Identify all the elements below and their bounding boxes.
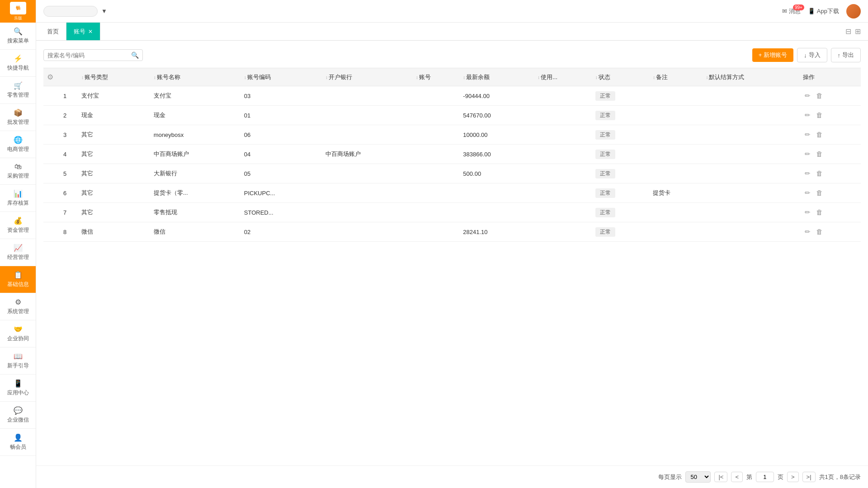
page-input[interactable]: [756, 472, 774, 482]
row-default-settlement: [702, 145, 799, 164]
retail-mgmt-icon: 🛒: [14, 81, 23, 90]
delete-button[interactable]: 🗑: [814, 188, 825, 197]
search-input[interactable]: [47, 52, 131, 59]
col-type[interactable]: ↕账号类型: [78, 68, 150, 86]
app-download-button[interactable]: 📱 App下载: [808, 7, 839, 15]
next-page-button[interactable]: >: [787, 472, 799, 482]
col-name[interactable]: ↕账号名称: [150, 68, 241, 86]
row-account: [412, 183, 459, 203]
row-settings: [43, 164, 60, 183]
edit-button[interactable]: ✏: [803, 188, 812, 198]
tab-account-close[interactable]: ✕: [88, 28, 93, 35]
sidebar-item-app-center[interactable]: 📱 应用中心: [0, 375, 36, 402]
topbar-dropdown[interactable]: ▼: [101, 8, 107, 14]
messages-button[interactable]: ✉ 消息 99+: [782, 7, 801, 15]
sidebar-item-enterprise-agreement[interactable]: 🤝 企业协同: [0, 320, 36, 347]
row-actions: ✏ 🗑: [799, 145, 861, 164]
row-code: 04: [241, 145, 322, 164]
col-bank[interactable]: ↕开户银行: [322, 68, 412, 86]
export-button[interactable]: ↑ 导出: [831, 48, 861, 62]
mobile-icon: 📱: [808, 8, 815, 14]
tab-maximize-icon[interactable]: ⊞: [855, 27, 861, 36]
page-size-label: 每页显示: [658, 473, 682, 481]
tab-account-label: 账号: [74, 28, 85, 36]
edit-button[interactable]: ✏: [803, 130, 812, 140]
page-size-select[interactable]: 50 10 20 100: [685, 471, 711, 483]
row-status: 正常: [592, 183, 650, 203]
row-actions: ✏ 🗑: [799, 222, 861, 242]
row-usage: [534, 145, 591, 164]
sidebar-item-operation-mgmt[interactable]: 📈 经营管理: [0, 239, 36, 266]
sidebar-item-label: 应用中心: [7, 389, 29, 397]
delete-button[interactable]: 🗑: [814, 91, 825, 100]
sidebar-item-enterprise-wechat[interactable]: 💬 企业微信: [0, 402, 36, 429]
edit-button[interactable]: ✏: [803, 91, 812, 101]
topbar-search-input[interactable]: [49, 8, 85, 14]
sidebar-item-quick-nav[interactable]: ⚡ 快捷导航: [0, 50, 36, 77]
sidebar-item-finance-mgmt[interactable]: 💰 资金管理: [0, 212, 36, 239]
edit-button[interactable]: ✏: [803, 149, 812, 159]
col-status[interactable]: ↕状态: [592, 68, 650, 86]
col-usage[interactable]: ↕使用...: [534, 68, 591, 86]
tab-home[interactable]: 首页: [40, 23, 66, 40]
row-code: STORED...: [241, 203, 322, 222]
sidebar-item-ecom-mgmt[interactable]: 🌐 电商管理: [0, 131, 36, 158]
sidebar-item-inventory[interactable]: 📊 库存核算: [0, 185, 36, 212]
tab-account[interactable]: 账号 ✕: [66, 23, 100, 40]
row-type: 其它: [78, 203, 150, 222]
delete-button[interactable]: 🗑: [814, 130, 825, 139]
delete-button[interactable]: 🗑: [814, 110, 825, 120]
search-icon[interactable]: 🔍: [131, 52, 139, 59]
row-code: 01: [241, 106, 322, 125]
row-status: 正常: [592, 145, 650, 164]
delete-button[interactable]: 🗑: [814, 207, 825, 217]
column-settings-icon[interactable]: ⚙: [47, 73, 53, 81]
row-num: 8: [60, 222, 78, 242]
sidebar-item-label: 经营管理: [7, 253, 29, 261]
import-icon: ↓: [804, 52, 807, 59]
row-account: [412, 203, 459, 222]
col-code[interactable]: ↕账号编码: [241, 68, 322, 86]
last-page-button[interactable]: >|: [802, 472, 816, 482]
ecom-mgmt-icon: 🌐: [14, 136, 23, 144]
edit-button[interactable]: ✏: [803, 169, 812, 178]
import-label: 导入: [809, 51, 821, 59]
add-account-button[interactable]: + 新增账号: [752, 48, 793, 62]
delete-button[interactable]: 🗑: [814, 227, 825, 236]
user-avatar[interactable]: [846, 4, 861, 19]
prev-page-button[interactable]: <: [731, 472, 743, 482]
sidebar-item-new-guide[interactable]: 📖 新手引导: [0, 347, 36, 375]
row-remark: [649, 222, 702, 242]
edit-button[interactable]: ✏: [803, 110, 812, 120]
sidebar-item-system-mgmt[interactable]: ⚙ 系统管理: [0, 293, 36, 320]
col-default-settlement[interactable]: ↕默认结算方式: [702, 68, 799, 86]
sidebar-item-wholesale-mgmt[interactable]: 📦 批发管理: [0, 104, 36, 131]
row-default-settlement: [702, 203, 799, 222]
edit-button[interactable]: ✏: [803, 207, 812, 217]
col-account[interactable]: ↕账号: [412, 68, 459, 86]
delete-button[interactable]: 🗑: [814, 149, 825, 159]
sidebar-item-member[interactable]: 👤 畅会员: [0, 429, 36, 456]
sidebar-item-retail-mgmt[interactable]: 🛒 零售管理: [0, 77, 36, 104]
export-icon: ↑: [838, 52, 841, 59]
row-default-settlement: [702, 183, 799, 203]
row-name: 零售抵现: [150, 203, 241, 222]
topbar-search[interactable]: [43, 6, 98, 17]
tab-minimize-icon[interactable]: ⊟: [845, 27, 851, 36]
import-button[interactable]: ↓ 导入: [797, 48, 827, 62]
sidebar-item-basic-info[interactable]: 📋 基础信息: [0, 266, 36, 293]
row-usage: [534, 86, 591, 106]
edit-button[interactable]: ✏: [803, 227, 812, 237]
search-box[interactable]: 🔍: [43, 49, 143, 61]
row-account: [412, 86, 459, 106]
sidebar-item-search-menu[interactable]: 🔍 搜索菜单: [0, 23, 36, 50]
row-remark: [649, 86, 702, 106]
delete-button[interactable]: 🗑: [814, 169, 825, 178]
col-balance[interactable]: ↕最新余额: [459, 68, 534, 86]
sidebar-item-purchase-mgmt[interactable]: 🛍 采购管理: [0, 158, 36, 185]
row-bank: [322, 183, 412, 203]
col-remark[interactable]: ↕备注: [649, 68, 702, 86]
col-num: [60, 68, 78, 86]
row-name: 微信: [150, 222, 241, 242]
first-page-button[interactable]: |<: [714, 472, 727, 482]
